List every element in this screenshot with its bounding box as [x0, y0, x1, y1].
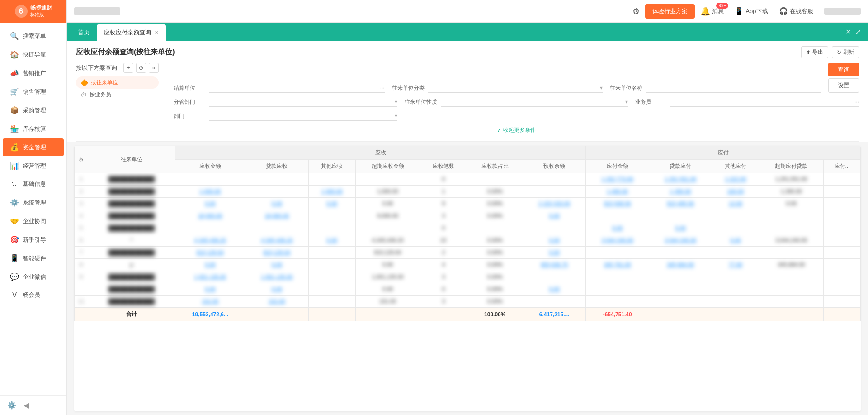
filter-scheme-btns: + ⊙ «	[123, 63, 159, 73]
table-row: 4████████████18,000.0018,000.009,000.003…	[75, 210, 861, 222]
sidebar-logo: 6 畅捷通财 标准版	[0, 0, 66, 23]
logo-icon: 6	[15, 5, 28, 18]
app-download[interactable]: 📱 App下载	[735, 7, 768, 15]
table-row: ████████████0.000.000.0000.00%0.00	[75, 283, 861, 296]
hardware-icon: 📱	[10, 254, 19, 262]
staff-dots[interactable]: ···	[854, 99, 859, 105]
logo-text: 畅捷通财	[30, 5, 52, 12]
topbar-actions: 🔔 99+ 消息 📱 App下载 🎧 在线客服 user	[700, 6, 861, 16]
scheme-staff-label: 按业务员	[90, 91, 111, 99]
table-row: 9████████████1,001,135.001,001,135.001,0…	[75, 271, 861, 283]
sidebar-item-label-base: 基础信息	[23, 180, 46, 188]
tab-home[interactable]: 首页	[71, 24, 97, 41]
sidebar-item-label-inventory: 库存核算	[23, 125, 46, 133]
sidebar-item-base[interactable]: 🗂 基础信息	[3, 176, 64, 193]
sidebar-item-member[interactable]: V 畅会员	[3, 286, 64, 304]
filter-collapse-btn[interactable]: ∧ 收起更多条件	[174, 124, 859, 137]
tab-arbalance[interactable]: 应收应付余额查询 ✕	[97, 24, 166, 41]
col-ap-overdue: 超期应付贷款	[759, 160, 824, 173]
filter-field-dept: 部门 ▾	[174, 111, 397, 121]
page-header: 应收应付余额查询(按往来单位) ⬆ 导出 ↻ 刷新 按以下方案查询	[67, 41, 868, 142]
inventory-icon: 🏪	[10, 124, 19, 133]
col-ap-loan: 贷款应付	[649, 160, 712, 173]
table-row: 11████████████152.00152.00101.0030.00%	[75, 296, 861, 308]
staff-label: 业务员	[635, 98, 667, 106]
sidebar-item-purchase[interactable]: 📦 采购管理	[3, 101, 64, 119]
topbar-settings-icon[interactable]: ⚙	[632, 6, 640, 16]
collapse-label: 收起更多条件	[503, 126, 536, 134]
scheme-settings-btn[interactable]: ⊙	[136, 63, 146, 73]
scheme-add-btn[interactable]: +	[123, 63, 133, 73]
online-service[interactable]: 🎧 在线客服	[779, 7, 813, 15]
sidebar-item-system[interactable]: ⚙️ 系统管理	[3, 194, 64, 211]
tabbar-controls: ✕ ⤢	[845, 23, 864, 41]
filter-field-unit-name: 往来单位名称	[610, 83, 821, 93]
sidebar-item-label-quick-nav: 快捷导航	[23, 51, 46, 59]
main-content: 应收应付余额查询(按往来单位) ⬆ 导出 ↻ 刷新 按以下方案查询	[67, 41, 868, 415]
sidebar-item-label-guide: 新手引导	[23, 236, 46, 244]
footer-ar-prepay[interactable]: 6,417,215....	[523, 308, 586, 321]
footer-ar-amount[interactable]: 19,553,472,6...	[175, 308, 245, 321]
dept-label: 部门	[174, 112, 205, 120]
query-btn[interactable]: 查询	[828, 63, 859, 76]
user-info[interactable]: user	[824, 8, 861, 15]
sidebar-item-business[interactable]: 📊 经营管理	[3, 157, 64, 175]
sidebar-item-guide[interactable]: 🎯 新手引导	[3, 231, 64, 248]
col-ar-loan: 贷款应收	[245, 160, 309, 173]
col-ap-more: 应付...	[824, 160, 861, 173]
footer-empty	[75, 308, 88, 321]
filter-field-dept-manage: 分管部门 ▾	[174, 97, 397, 107]
table-settings-col[interactable]: ⚙	[75, 146, 88, 173]
app-label: App下载	[745, 7, 768, 15]
tab-close-btn[interactable]: ✕	[845, 28, 851, 36]
sidebar-item-wechat[interactable]: 💬 企业微信	[3, 268, 64, 286]
footer-ar-overdue	[355, 308, 420, 321]
dept-manage-chevron: ▾	[395, 99, 397, 105]
topbar: ●●● ⚙ 体验行业方案 🔔 99+ 消息 📱 App下载 🎧 在线客服 use…	[67, 0, 868, 23]
sidebar-item-coop[interactable]: 🤝 企业协同	[3, 212, 64, 230]
footer-ar-count	[420, 308, 467, 321]
sidebar-item-search[interactable]: 🔍 搜索菜单	[3, 27, 64, 45]
service-label: 在线客服	[790, 7, 813, 15]
quick-nav-icon: 🏠	[10, 50, 19, 59]
unit-name-input[interactable]	[646, 83, 821, 93]
sidebar-item-label-marketing: 营销推广	[23, 69, 46, 77]
col-ar-amount: 应收金额	[175, 160, 245, 173]
sidebar-item-sales[interactable]: 🛒 销售管理	[3, 83, 64, 100]
sidebar-item-marketing[interactable]: 📣 营销推广	[3, 64, 64, 82]
sidebar-item-quick-nav[interactable]: 🏠 快捷导航	[3, 46, 64, 63]
table-row: 5████████████00.000.00	[75, 222, 861, 234]
scheme-by-unit[interactable]: 🔶 按往来单位	[76, 76, 159, 89]
system-icon: ⚙️	[10, 198, 19, 207]
export-btn[interactable]: ⬆ 导出	[801, 46, 828, 58]
footer-label: 合计	[88, 308, 175, 321]
purchase-icon: 📦	[10, 106, 19, 114]
tab-expand-btn[interactable]: ⤢	[855, 28, 861, 36]
collapse-footer-icon[interactable]: ◀	[24, 401, 29, 410]
table-row: 8p0.000.000.0040.00%655,636.75345,761.00…	[75, 259, 861, 271]
footer-ar-loan	[245, 308, 309, 321]
tab-close-icon[interactable]: ✕	[155, 30, 159, 36]
scheme-collapse-btn[interactable]: «	[149, 63, 159, 73]
sidebar-item-finance[interactable]: 💰 资金管理	[3, 138, 64, 156]
sidebar-item-inventory[interactable]: 🏪 库存核算	[3, 120, 64, 138]
scheme-by-staff[interactable]: ⏱ 按业务员	[76, 89, 159, 101]
topbar-notify[interactable]: 🔔 99+ 消息	[700, 6, 724, 16]
sidebar-item-hardware[interactable]: 📱 智能硬件	[3, 249, 64, 267]
settlement-dots[interactable]: ···	[380, 85, 385, 91]
notify-badge: 99+	[716, 3, 728, 9]
dept-chevron: ▾	[395, 113, 397, 119]
sales-icon: 🛒	[10, 87, 19, 96]
setting-btn[interactable]: 设置	[828, 78, 859, 93]
footer-ar-pct: 100.00%	[467, 308, 523, 321]
refresh-btn[interactable]: ↻ 刷新	[832, 46, 859, 58]
wechat-icon: 💬	[10, 272, 19, 281]
sidebar-item-label-wechat: 企业微信	[23, 273, 46, 281]
table-row: 3████████████0.000.000.000.0090.00%2,153…	[75, 198, 861, 210]
sidebar-item-label-coop: 企业协同	[23, 217, 46, 225]
topbar-promo-btn[interactable]: 体验行业方案	[645, 4, 695, 19]
table-row: 1████████████01,252,773.001,251,551.001,…	[75, 173, 861, 186]
col-ar-overdue: 超期应收金额	[355, 160, 420, 173]
settings-footer-icon[interactable]: ⚙️	[7, 401, 16, 410]
refresh-icon: ↻	[837, 49, 841, 56]
